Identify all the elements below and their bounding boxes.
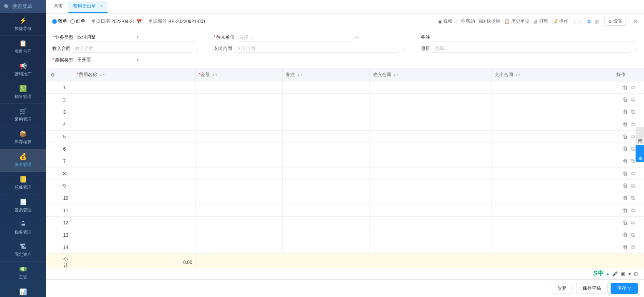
counterpart-ellipsis[interactable]: ··· xyxy=(356,35,360,40)
income-contract-cell[interactable] xyxy=(369,180,491,192)
expense-name-cell[interactable] xyxy=(74,241,195,254)
calendar-icon[interactable]: 📅 xyxy=(136,19,142,24)
delete-icon[interactable]: 🗑 xyxy=(622,109,628,115)
expense-name-cell[interactable] xyxy=(74,94,195,106)
copy-icon[interactable]: ⧉ xyxy=(631,183,635,189)
income-contract-cell[interactable] xyxy=(369,131,491,143)
remarks-cell[interactable] xyxy=(283,143,370,155)
amount-cell[interactable] xyxy=(195,241,283,254)
expense-name-cell[interactable] xyxy=(74,131,195,143)
delete-icon[interactable]: 🗑 xyxy=(622,158,628,164)
remarks-sort[interactable]: ▲▼ xyxy=(297,73,303,76)
remarks-cell[interactable] xyxy=(283,168,370,180)
expense-name-cell[interactable] xyxy=(74,192,195,204)
abandon-button[interactable]: 放弃 xyxy=(551,283,573,294)
copy-icon[interactable]: ⧉ xyxy=(631,207,635,214)
expense-contract-cell[interactable] xyxy=(491,131,613,143)
expense-name-cell[interactable] xyxy=(74,217,195,229)
view-list-btn[interactable]: ≡ xyxy=(586,18,592,25)
action-help[interactable]: © 帮助 xyxy=(461,18,475,25)
expense-name-cell[interactable] xyxy=(74,229,195,241)
expense-contract-input[interactable] xyxy=(234,45,398,53)
remarks-cell[interactable] xyxy=(283,204,370,217)
remarks-cell[interactable] xyxy=(283,241,370,254)
radio-red[interactable]: 红单 xyxy=(70,18,85,25)
expense-contract-cell[interactable] xyxy=(491,143,613,155)
sidebar-item-inventory[interactable]: 📦库存核算 xyxy=(0,126,46,149)
income-contract-ellipsis[interactable]: ··· xyxy=(194,46,198,51)
table-icon[interactable]: ▣ xyxy=(621,271,625,277)
copy-icon[interactable]: ⧉ xyxy=(631,146,635,152)
sidebar-item-project-contract[interactable]: 📋项目合同 xyxy=(0,36,46,58)
copy-icon[interactable]: ⧉ xyxy=(631,133,635,140)
delete-icon[interactable]: 🗑 xyxy=(622,195,628,201)
counterpart-input[interactable] xyxy=(237,33,352,41)
delete-icon[interactable]: 🗑 xyxy=(622,170,628,177)
delete-icon[interactable]: 🗑 xyxy=(622,84,628,91)
expense-name-cell[interactable] xyxy=(74,155,195,168)
copy-icon[interactable]: ⧉ xyxy=(631,96,635,103)
expense-name-cell[interactable] xyxy=(74,118,195,131)
remarks-cell[interactable] xyxy=(283,106,370,118)
delete-icon[interactable]: 🗑 xyxy=(622,232,628,238)
delete-icon[interactable]: 🗑 xyxy=(622,96,628,103)
delete-icon[interactable]: 🗑 xyxy=(622,183,628,189)
amount-cell[interactable] xyxy=(195,155,283,168)
remarks-cell[interactable] xyxy=(283,81,370,94)
copy-icon[interactable]: ⧉ xyxy=(631,109,635,115)
project-ellipsis[interactable]: ··· xyxy=(634,46,638,51)
income-contract-cell[interactable] xyxy=(369,94,491,106)
sidebar-item-ledger[interactable]: 📒总账管理 xyxy=(0,172,46,194)
amount-cell[interactable] xyxy=(195,229,283,241)
action-shortcuts[interactable]: ⌨ 快捷键 xyxy=(479,18,500,25)
expense-name-cell[interactable] xyxy=(74,143,195,155)
sidebar-item-marketing[interactable]: 📢营销推广 xyxy=(0,58,46,81)
nav-next[interactable]: › xyxy=(578,18,582,25)
remarks-cell[interactable] xyxy=(283,180,370,192)
copy-icon[interactable]: ⧉ xyxy=(631,219,635,226)
sidebar-item-salary[interactable]: 💵工资 xyxy=(0,262,46,284)
tab-expense[interactable]: 费用支出单 ✕ xyxy=(68,1,108,13)
income-contract-cell[interactable] xyxy=(369,155,491,168)
side-tab-attach[interactable]: 附件 xyxy=(636,127,644,144)
remarks-cell[interactable] xyxy=(283,229,370,241)
expense-contract-cell[interactable] xyxy=(491,180,613,192)
grid-icon[interactable]: ⊞ xyxy=(634,271,638,277)
delete-icon[interactable]: 🗑 xyxy=(622,133,628,140)
income-contract-cell[interactable] xyxy=(369,118,491,131)
amount-cell[interactable] xyxy=(195,143,283,155)
expense-name-cell[interactable] xyxy=(74,106,195,118)
amount-cell[interactable] xyxy=(195,106,283,118)
expense-contract-cell[interactable] xyxy=(491,241,613,254)
amount-sort[interactable]: ▲▼ xyxy=(212,73,218,76)
amount-cell[interactable] xyxy=(195,168,283,180)
delete-icon[interactable]: 🗑 xyxy=(622,219,628,226)
remarks-cell[interactable] xyxy=(283,192,370,204)
copy-icon[interactable]: ⧉ xyxy=(631,195,635,201)
remarks-input[interactable] xyxy=(432,33,638,41)
income-contract-sort[interactable]: ▲▼ xyxy=(393,73,399,76)
income-contract-cell[interactable] xyxy=(369,168,491,180)
action-operations[interactable]: 📝 操作 xyxy=(552,18,568,25)
income-contract-cell[interactable] xyxy=(369,204,491,217)
copy-icon[interactable]: ⧉ xyxy=(631,170,635,177)
sidebar-item-purchase[interactable]: 🛒采购管理 xyxy=(0,104,46,126)
income-contract-cell[interactable] xyxy=(369,81,491,94)
copy-icon[interactable]: ⧉ xyxy=(631,84,635,91)
delete-icon[interactable]: 🗑 xyxy=(622,207,628,214)
amount-cell[interactable] xyxy=(195,180,283,192)
settings-button[interactable]: ⚙ 设置 xyxy=(604,17,626,26)
expense-name-cell[interactable] xyxy=(74,81,195,94)
expense-contract-sort[interactable]: ▲▼ xyxy=(515,73,521,76)
income-contract-cell[interactable] xyxy=(369,217,491,229)
radio-blue[interactable]: 蓝单 xyxy=(52,18,67,25)
tab-home[interactable]: 首页 xyxy=(49,1,68,13)
delete-icon[interactable]: 🗑 xyxy=(622,244,628,251)
amount-cell[interactable] xyxy=(195,81,283,94)
amount-cell[interactable] xyxy=(195,94,283,106)
nav-prev[interactable]: ‹ xyxy=(572,18,577,25)
income-contract-cell[interactable] xyxy=(369,229,491,241)
expense-name-cell[interactable] xyxy=(74,168,195,180)
remarks-cell[interactable] xyxy=(283,217,370,229)
expense-contract-cell[interactable] xyxy=(491,81,613,94)
